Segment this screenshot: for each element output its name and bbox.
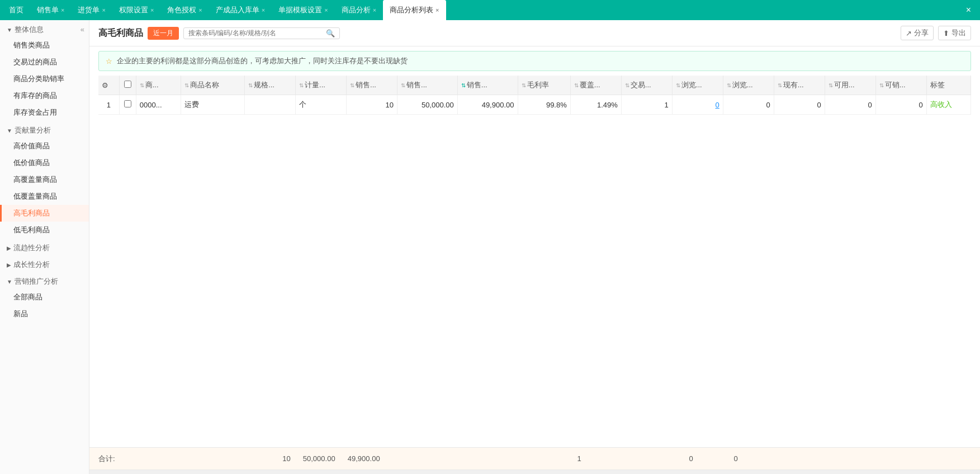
footer-cell-blank2 — [585, 454, 652, 463]
footer-values: 10 50,000.00 49,900.00 1 0 0 — [138, 454, 971, 463]
cell-num: 1 — [98, 95, 119, 115]
cell-code: 0000... — [136, 95, 181, 115]
table-header: ⚙ ⇅ 商... — [98, 76, 971, 95]
nav-close-permission[interactable]: × — [150, 7, 154, 13]
cell-current-stock: 0 — [774, 95, 825, 115]
main-layout: « ▼ 整体信息 销售类商品 交易过的商品 商品分类助销率 有库存的商品 库存资… — [0, 20, 980, 474]
nav-close-product-inbound[interactable]: × — [262, 7, 265, 13]
th-spec[interactable]: ⇅ 规格... — [245, 76, 296, 95]
th-code[interactable]: ⇅ 商... — [136, 76, 181, 95]
share-icon: ↗ — [906, 29, 912, 37]
row-checkbox[interactable] — [124, 100, 131, 107]
cell-sales-amount: 50,000.00 — [397, 95, 458, 115]
th-coverage[interactable]: ⇅ 覆盖... — [570, 76, 621, 95]
filter-month-button[interactable]: 近一月 — [148, 27, 179, 40]
cell-checkbox — [119, 95, 136, 115]
sidebar: « ▼ 整体信息 销售类商品 交易过的商品 商品分类助销率 有库存的商品 库存资… — [0, 20, 89, 474]
export-button[interactable]: ⬆ 导出 — [938, 26, 971, 40]
th-unit[interactable]: ⇅ 计量... — [296, 76, 347, 95]
footer-cell-sales-profit: 49,900.00 — [339, 454, 384, 463]
footer-cell-sales-amount: 50,000.00 — [294, 454, 339, 463]
sidebar-item-all-goods[interactable]: 全部商品 — [0, 289, 89, 306]
cell-sellable: 0 — [875, 95, 926, 115]
sidebar-item-low-coverage[interactable]: 低覆盖量商品 — [0, 188, 89, 205]
nav-purchase[interactable]: 进货单 × — [71, 0, 112, 20]
select-all-checkbox[interactable] — [124, 81, 131, 88]
sidebar-item-high-value[interactable]: 高价值商品 — [0, 138, 89, 154]
th-browse1[interactable]: ⇅ 浏览... — [672, 76, 723, 95]
sidebar-group-marketing[interactable]: ▼ 营销推广分析 — [0, 272, 89, 289]
export-icon: ⬆ — [943, 29, 949, 37]
sidebar-collapse-button[interactable]: « — [81, 25, 84, 34]
share-button[interactable]: ↗ 分享 — [901, 26, 934, 40]
sidebar-item-new-goods[interactable]: 新品 — [0, 306, 89, 322]
cell-sales-count: 10 — [347, 95, 397, 115]
nav-close-role[interactable]: × — [198, 7, 202, 13]
footer-cell-count: 10 — [249, 454, 294, 463]
sidebar-group-growth[interactable]: ▶ 成长性分析 — [0, 255, 89, 272]
nav-template[interactable]: 单据模板设置 × — [272, 0, 334, 20]
sidebar-group-contribution[interactable]: ▼ 贡献量分析 — [0, 121, 89, 138]
th-transaction[interactable]: ⇅ 交易... — [621, 76, 672, 95]
info-banner: ☆ 企业的主要的利润都是这部分商品创造的，可考虑加大推广，同时关注库存是不要出现… — [98, 51, 971, 71]
cell-browse2: 0 — [723, 95, 774, 115]
table-body: 1 0000... 运费 — [98, 95, 971, 115]
sidebar-item-low-value[interactable]: 低价值商品 — [0, 154, 89, 171]
arrow-icon-2: ▼ — [7, 128, 12, 134]
sidebar-group-trend[interactable]: ▶ 流趋性分析 — [0, 238, 89, 255]
nav-close-purchase[interactable]: × — [102, 7, 105, 13]
search-icon[interactable]: 🔍 — [326, 29, 335, 37]
cell-browse1[interactable]: 0 — [672, 95, 723, 115]
footer-cell-available: 0 — [652, 454, 697, 463]
nav-product-analysis[interactable]: 商品分析 × — [335, 0, 383, 20]
nav-role[interactable]: 角色授权 × — [160, 0, 209, 20]
cell-unit: 个 — [296, 95, 347, 115]
cell-spec — [245, 95, 296, 115]
nav-close-analysis-list[interactable]: × — [435, 7, 439, 13]
window-close-button[interactable]: × — [959, 0, 978, 20]
sidebar-item-traded-goods[interactable]: 交易过的商品 — [0, 54, 89, 71]
th-gross-margin[interactable]: ⇅ 毛利率 — [518, 76, 570, 95]
sidebar-item-sales-goods[interactable]: 销售类商品 — [0, 37, 89, 54]
bottom-scrollbar[interactable] — [89, 470, 980, 474]
th-checkbox — [119, 76, 136, 95]
nav-analysis-list[interactable]: 商品分析列表 × — [383, 0, 446, 20]
th-settings[interactable]: ⚙ — [98, 76, 119, 95]
th-sellable[interactable]: ⇅ 可销... — [875, 76, 926, 95]
th-sales-count[interactable]: ⇅ 销售... — [347, 76, 397, 95]
th-browse2[interactable]: ⇅ 浏览... — [723, 76, 774, 95]
sidebar-group-overall[interactable]: ▼ 整体信息 — [0, 20, 89, 37]
nav-product-inbound[interactable]: 产成品入库单 × — [209, 0, 272, 20]
cell-coverage: 1.49% — [570, 95, 621, 115]
th-sales-profit[interactable]: ⇅ 销售... — [457, 76, 518, 95]
nav-close-template[interactable]: × — [324, 7, 328, 13]
th-available[interactable]: ⇅ 可用... — [825, 76, 875, 95]
arrow-icon: ▼ — [7, 27, 12, 33]
th-tag[interactable]: 标签 — [926, 76, 970, 95]
search-input[interactable] — [188, 29, 324, 37]
sidebar-item-category-assist[interactable]: 商品分类助销率 — [0, 71, 89, 87]
sidebar-item-low-margin[interactable]: 低毛利商品 — [0, 222, 89, 238]
sidebar-item-stock-capital[interactable]: 库存资金占用 — [0, 104, 89, 121]
arrow-icon-3: ▶ — [7, 245, 11, 251]
search-box: 🔍 — [183, 27, 340, 39]
nav-permission[interactable]: 权限设置 × — [112, 0, 160, 20]
table-row: 1 0000... 运费 — [98, 95, 971, 115]
nav-home[interactable]: 首页 — [2, 0, 30, 20]
th-current-stock[interactable]: ⇅ 现有... — [774, 76, 825, 95]
top-nav: 首页 销售单 × 进货单 × 权限设置 × 角色授权 × 产成品入库单 × 单据… — [0, 0, 980, 20]
sidebar-item-high-coverage[interactable]: 高覆盖量商品 — [0, 171, 89, 188]
info-text: 企业的主要的利润都是这部分商品创造的，可考虑加大推广，同时关注库存是不要出现缺货 — [117, 56, 408, 66]
sidebar-item-in-stock[interactable]: 有库存的商品 — [0, 87, 89, 104]
th-name[interactable]: ⇅ 商品名称 — [181, 76, 244, 95]
nav-sales[interactable]: 销售单 × — [30, 0, 71, 20]
sidebar-item-high-margin[interactable]: 高毛利商品 — [0, 205, 89, 222]
nav-close-sales[interactable]: × — [61, 7, 64, 13]
nav-close-product-analysis[interactable]: × — [373, 7, 376, 13]
arrow-icon-5: ▼ — [7, 279, 12, 285]
cell-available: 0 — [825, 95, 875, 115]
footer-cell-sellable: 0 — [697, 454, 741, 463]
footer-cell-transaction: 1 — [540, 454, 585, 463]
th-sales-amount[interactable]: ⇅ 销售... — [397, 76, 458, 95]
table-wrapper: ⚙ ⇅ 商... — [98, 76, 971, 447]
